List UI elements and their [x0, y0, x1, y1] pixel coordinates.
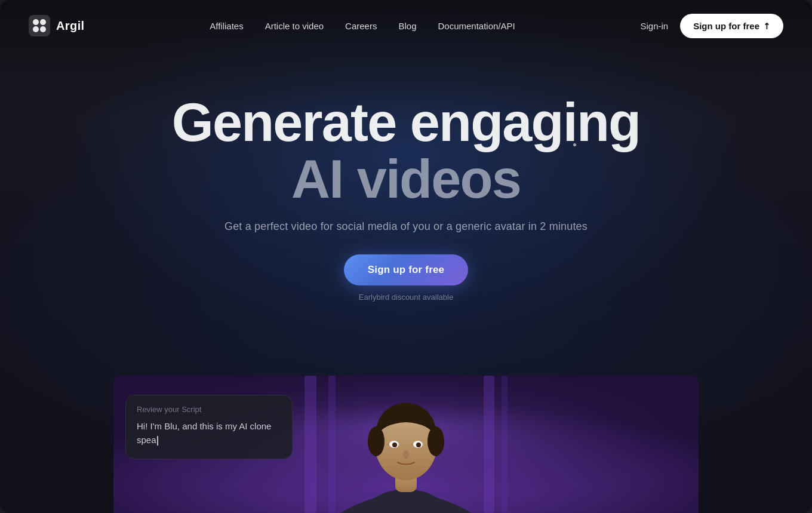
hero-title-line2: AI videos: [172, 151, 641, 208]
page-wrapper: Argil Affiliates Article to video Career…: [0, 0, 812, 513]
logo[interactable]: Argil: [29, 15, 85, 36]
svg-rect-8: [328, 376, 336, 513]
svg-point-2: [40, 19, 46, 25]
script-cursor: [157, 436, 158, 446]
nav-links: Affiliates Article to video Careers Blog…: [210, 21, 515, 31]
script-panel-title: Review your Script: [137, 405, 281, 414]
svg-point-15: [427, 426, 444, 456]
arrow-icon: ↗: [761, 20, 773, 32]
signup-button-nav[interactable]: Sign up for free ↗: [680, 14, 783, 38]
nav-actions: Sign-in Sign up for free ↗: [640, 14, 783, 38]
nav-blog[interactable]: Blog: [398, 21, 416, 31]
svg-point-4: [40, 26, 46, 32]
svg-point-19: [416, 443, 421, 447]
nav-affiliates[interactable]: Affiliates: [210, 21, 243, 31]
svg-rect-0: [29, 15, 50, 36]
nav-documentation[interactable]: Documentation/API: [438, 21, 515, 31]
nav-article-to-video[interactable]: Article to video: [265, 21, 324, 31]
svg-point-3: [33, 26, 39, 32]
hero-cta-area: Sign up for free Earlybird discount avai…: [344, 254, 468, 302]
svg-rect-9: [484, 376, 494, 513]
hero-title: Generate engaging AI videos: [172, 94, 641, 207]
earlybird-text: Earlybird discount available: [359, 293, 453, 302]
signin-link[interactable]: Sign-in: [640, 21, 668, 31]
script-panel-text: Hi! I'm Blu, and this is my AI clone spe…: [137, 420, 281, 447]
signup-button-hero[interactable]: Sign up for free: [344, 254, 468, 285]
hero-title-line1: Generate engaging: [172, 94, 641, 151]
svg-rect-7: [304, 376, 316, 513]
svg-point-18: [392, 443, 397, 447]
svg-point-14: [368, 426, 385, 456]
script-panel: Review your Script Hi! I'm Blu, and this…: [125, 395, 293, 459]
hero-subtitle: Get a perfect video for social media of …: [224, 220, 588, 233]
logo-icon: [29, 15, 50, 36]
nav-careers[interactable]: Careers: [345, 21, 377, 31]
svg-rect-10: [502, 376, 508, 513]
svg-point-20: [403, 450, 409, 459]
logo-text: Argil: [56, 19, 85, 33]
navigation: Argil Affiliates Article to video Career…: [0, 0, 812, 51]
svg-point-1: [33, 19, 39, 25]
